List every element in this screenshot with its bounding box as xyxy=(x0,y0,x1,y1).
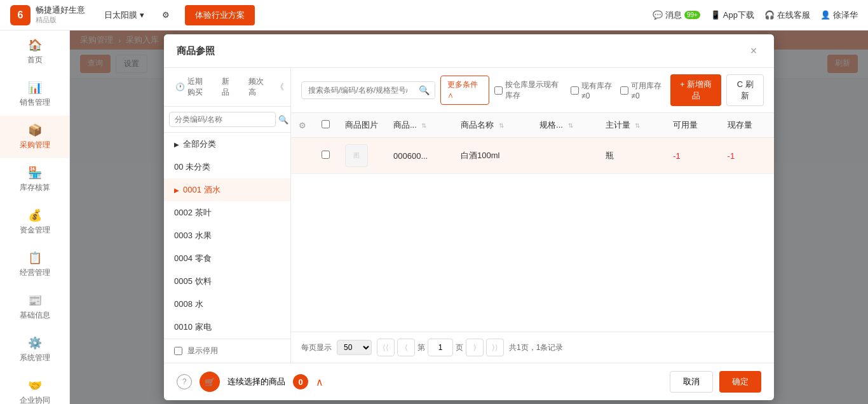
sidebar-item-system[interactable]: ⚙️ 系统管理 xyxy=(0,328,69,371)
sidebar-item-finance[interactable]: 💰 资金管理 xyxy=(0,201,69,243)
product-reference-modal: 商品参照 × 🕐 近期购买 新品 xyxy=(164,34,774,400)
toolbar-right: + 新增商品 C 刷新 xyxy=(670,74,764,106)
continuous-select-label: 连续选择的商品 xyxy=(227,376,285,387)
logo-sub: 精品版 xyxy=(36,15,85,25)
table-row[interactable]: 图 000600... 白酒100ml 瓶 -1 -1 xyxy=(291,138,774,174)
modal-close-btn[interactable]: × xyxy=(746,43,761,58)
page-last-btn[interactable]: ⟩⟩ xyxy=(486,339,504,356)
th-spec[interactable]: 规格... ⇅ xyxy=(532,113,598,138)
collapse-category-btn[interactable]: 《 xyxy=(274,79,285,95)
tab-recent-purchase[interactable]: 🕐 近期购买 xyxy=(169,73,213,101)
content-toolbar: 🔍 更多条件 ∧ 按仓库显示现有库存 现有库存≠0 xyxy=(291,68,774,113)
cat-0002[interactable]: 0002 茶叶 xyxy=(164,201,290,224)
show-disabled-checkbox[interactable] xyxy=(174,347,182,355)
sidebar-item-sales[interactable]: 📊 销售管理 xyxy=(0,73,69,116)
row-product-code: 000600... xyxy=(386,138,453,174)
header-right: 💬 消息 99+ 📱 App下载 🎧 在线客服 👤 徐泽华 xyxy=(653,10,858,21)
product-search-box: 🔍 xyxy=(301,81,435,99)
user-profile[interactable]: 👤 徐泽华 xyxy=(820,10,858,21)
row-checkbox[interactable] xyxy=(322,151,330,159)
th-settings[interactable]: ⚙ xyxy=(291,113,314,138)
nav-settings[interactable]: ⚙ xyxy=(154,6,177,24)
modal-footer: ? 🛒 连续选择的商品 0 ∧ 取消 确定 xyxy=(164,363,774,400)
content-panel: 🔍 更多条件 ∧ 按仓库显示现有库存 现有库存≠0 xyxy=(291,68,774,363)
cat-all[interactable]: ▶ 全部分类 xyxy=(164,133,290,156)
filter-available-checkbox[interactable] xyxy=(571,86,579,95)
th-product-code[interactable]: 商品... ⇅ xyxy=(386,113,453,138)
logo-text: 畅捷通好生意 xyxy=(36,5,85,16)
sidebar-item-basic[interactable]: 📰 基础信息 xyxy=(0,286,69,328)
message-btn[interactable]: 💬 消息 99+ xyxy=(653,10,700,21)
cta-btn[interactable]: 体验行业方案 xyxy=(185,5,255,25)
nav-sun-film[interactable]: 日太阳膜 ▾ xyxy=(97,6,152,25)
tab-new-products[interactable]: 新品 xyxy=(215,73,240,101)
enterprise-icon: 🤝 xyxy=(28,379,42,393)
more-filter-btn[interactable]: 更多条件 ∧ xyxy=(440,76,489,105)
main-layout: 🏠 首页 📊 销售管理 📦 采购管理 🏪 库存核算 💰 资金管理 📋 经营管理 … xyxy=(0,30,868,404)
sidebar-item-home[interactable]: 🏠 首页 xyxy=(0,30,69,73)
cat-00[interactable]: 00 未分类 xyxy=(164,156,290,178)
confirm-btn[interactable]: 确定 xyxy=(719,371,761,393)
app-download-btn[interactable]: 📱 App下载 xyxy=(710,10,754,21)
tab-high-frequency[interactable]: 频次高 xyxy=(242,73,271,101)
pagination-bar: 每页显示 50 20 100 ⟨⟨ ⟨ 第 页 xyxy=(291,332,774,363)
category-list: ▶ 全部分类 00 未分类 ▶ 0001 酒水 0002 茶 xyxy=(164,133,290,339)
show-disabled-area[interactable]: 显示停用 xyxy=(164,339,290,363)
cat-0010[interactable]: 0010 家电 xyxy=(164,316,290,339)
cancel-btn[interactable]: 取消 xyxy=(670,371,713,393)
cat-0008[interactable]: 0008 水 xyxy=(164,293,290,316)
message-badge: 99+ xyxy=(684,11,700,19)
category-panel: 🕐 近期购买 新品 频次高 《 xyxy=(164,68,291,363)
product-table-container: ⚙ 商品图片 商品... xyxy=(291,113,774,332)
purchase-icon: 📦 xyxy=(28,123,42,137)
row-unit: 瓶 xyxy=(598,138,666,174)
product-search-input[interactable] xyxy=(302,83,414,98)
sidebar-item-management[interactable]: 📋 经营管理 xyxy=(0,243,69,286)
add-product-btn[interactable]: + 新增商品 xyxy=(670,74,722,106)
row-settings xyxy=(291,138,314,174)
filter-available-label[interactable]: 现有库存≠0 xyxy=(571,81,615,100)
filter-warehouse-label[interactable]: 按仓库显示现有库存 xyxy=(494,79,566,101)
product-search-btn[interactable]: 🔍 xyxy=(414,82,435,98)
filter-usable-checkbox[interactable] xyxy=(620,86,628,95)
filter-usable-label[interactable]: 可用库存≠0 xyxy=(620,81,665,100)
page-first-btn[interactable]: ⟨⟨ xyxy=(377,339,395,356)
filter-warehouse-checkbox[interactable] xyxy=(494,86,503,95)
cat-0003[interactable]: 0003 水果 xyxy=(164,224,290,247)
th-product-name[interactable]: 商品名称 ⇅ xyxy=(453,113,532,138)
sidebar-item-enterprise[interactable]: 🤝 企业协同 xyxy=(0,371,69,404)
page-prev-btn[interactable]: ⟨ xyxy=(397,339,415,356)
page-next-btn[interactable]: ⟩ xyxy=(466,339,484,356)
category-search-btn[interactable]: 🔍 xyxy=(278,112,288,127)
sidebar-item-purchase[interactable]: 📦 采购管理 xyxy=(0,116,69,158)
sidebar: 🏠 首页 📊 销售管理 📦 采购管理 🏪 库存核算 💰 资金管理 📋 经营管理 … xyxy=(0,30,70,404)
modal-overlay: 商品参照 × 🕐 近期购买 新品 xyxy=(70,30,868,404)
footer-collapse-btn[interactable]: ∧ xyxy=(316,376,323,388)
top-header: 6 畅捷通好生意 精品版 日太阳膜 ▾ ⚙ 体验行业方案 💬 消息 99+ 📱 … xyxy=(0,0,868,30)
page-suffix: 页 xyxy=(456,342,463,353)
cat-0004[interactable]: 0004 零食 xyxy=(164,247,290,270)
management-icon: 📋 xyxy=(28,251,42,265)
cat-0001[interactable]: ▶ 0001 酒水 xyxy=(164,178,290,201)
select-all-checkbox[interactable] xyxy=(322,120,330,128)
cart-icon-btn[interactable]: 🛒 xyxy=(200,372,220,392)
online-service-btn[interactable]: 🎧 在线客服 xyxy=(764,10,810,21)
page-info: 共1页，1条记录 xyxy=(509,342,563,353)
inventory-icon: 🏪 xyxy=(28,166,42,180)
sidebar-item-inventory[interactable]: 🏪 库存核算 xyxy=(0,158,69,201)
page-number-input[interactable] xyxy=(428,339,453,356)
cat-0005[interactable]: 0005 饮料 xyxy=(164,270,290,293)
modal-header: 商品参照 × xyxy=(164,34,774,68)
refresh-btn[interactable]: C 刷新 xyxy=(726,74,764,106)
th-available: 可用量 xyxy=(665,113,719,138)
row-stock: -1 xyxy=(720,138,774,174)
help-icon-btn[interactable]: ? xyxy=(177,374,192,389)
th-unit[interactable]: 主计量 ⇅ xyxy=(598,113,666,138)
modal-body: 🕐 近期购买 新品 频次高 《 xyxy=(164,68,774,363)
row-spec xyxy=(532,138,598,174)
row-product-name: 白酒100ml xyxy=(453,138,532,174)
per-page-select[interactable]: 50 20 100 xyxy=(337,340,372,355)
category-search-input[interactable] xyxy=(169,112,276,127)
category-tabs: 🕐 近期购买 新品 频次高 《 xyxy=(164,68,290,107)
per-page-label: 每页显示 xyxy=(301,342,332,353)
